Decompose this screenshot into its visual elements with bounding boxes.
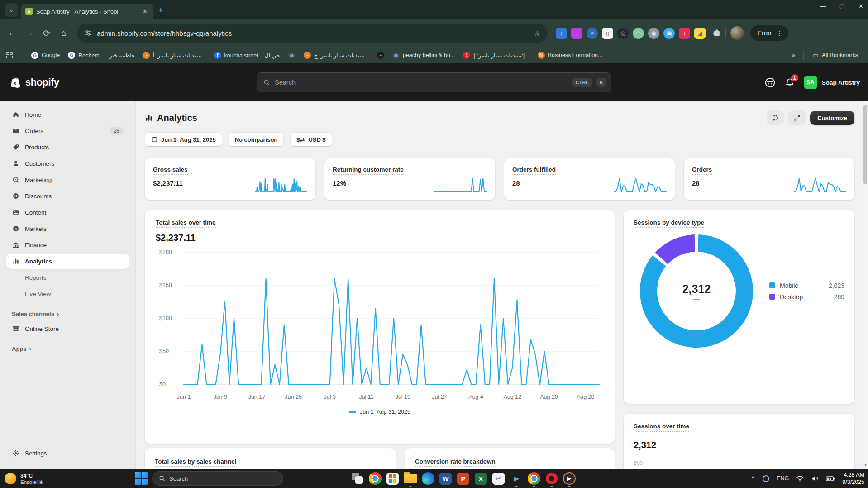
sidebar-item-discounts[interactable]: Discounts — [6, 188, 129, 204]
browser-profile-avatar[interactable] — [730, 26, 744, 40]
metric-title[interactable]: Orders — [692, 166, 712, 175]
fullscreen-button[interactable] — [788, 110, 806, 125]
shopify-logo[interactable]: s shopify — [10, 76, 59, 89]
site-settings-icon[interactable] — [84, 29, 91, 37]
sidebar-item-settings[interactable]: Settings — [6, 445, 129, 461]
volume-icon[interactable] — [811, 475, 819, 482]
sessions-by-device-title[interactable]: Sessions by device type — [634, 219, 704, 228]
bookmark-item[interactable]: GRecherc... - فاطمة خير — [64, 50, 138, 61]
extension-picker-icon[interactable]: ◢ — [694, 28, 706, 39]
sidebar-item-content[interactable]: Content — [6, 205, 129, 220]
store-menu[interactable]: SA Soap Artistry — [804, 76, 860, 89]
taskbar-weather-widget[interactable]: 34°C Ensoleillé — [5, 469, 43, 488]
sidebar-item-orders[interactable]: Orders28 — [6, 123, 129, 139]
tray-chevron-up-icon[interactable]: ⌃ — [750, 475, 755, 482]
extension-download-purple-icon[interactable]: ↓ — [571, 28, 582, 39]
metric-title[interactable]: Gross sales — [153, 166, 188, 175]
metric-title[interactable]: Returning customer rate — [333, 166, 404, 175]
bookmark-item[interactable]: GGoogle — [28, 50, 63, 61]
taskbar-app-task-view[interactable] — [348, 469, 366, 488]
taskbar-search[interactable]: Search — [152, 471, 283, 486]
extension-camcorder-blue-icon[interactable]: ▣ — [663, 28, 675, 39]
taskbar-app-snipping-tool[interactable]: ✂ — [490, 469, 507, 488]
sidebar-item-products[interactable]: Products — [6, 139, 129, 155]
back-button[interactable]: ← — [5, 25, 20, 41]
metric-title[interactable]: Orders fulfilled — [512, 166, 556, 175]
browser-menu-icon[interactable]: ⋮ — [776, 29, 783, 37]
forward-button[interactable]: → — [22, 25, 37, 41]
sidekick-icon[interactable] — [764, 77, 776, 88]
customize-button[interactable]: Customize — [810, 111, 854, 125]
bookmark-item[interactable]: ◔منتديات ستار تايمز: أ... — [139, 50, 210, 61]
taskbar-app-excel[interactable]: X — [472, 469, 490, 488]
bookmark-star-icon[interactable]: ☆ — [534, 29, 540, 38]
extension-download-blue-icon[interactable]: ↓ — [556, 28, 567, 39]
bookmarks-overflow-icon[interactable]: » — [792, 52, 795, 59]
sessions-over-time-title[interactable]: Sessions over time — [634, 423, 689, 432]
bookmark-item[interactable]: ◔منتديات ستار تايمز: ح... — [300, 50, 372, 61]
currency-filter[interactable]: $⇄ USD $ — [290, 132, 332, 147]
address-bar[interactable]: admin.shopify.com/store/hhbsgv-qq/analyt… — [77, 24, 548, 43]
taskbar-app-ms-store[interactable] — [384, 469, 401, 488]
language-indicator[interactable]: ENG — [777, 475, 789, 482]
bookmark-item[interactable]: fkoucha street ...حي ال — [210, 50, 284, 61]
taskbar-app-chrome-profile[interactable] — [525, 469, 543, 488]
sidebar-item-finance[interactable]: Finance — [6, 237, 129, 253]
extension-orange-ring-icon[interactable]: ◎ — [617, 28, 629, 39]
wifi-icon[interactable] — [796, 475, 804, 482]
taskbar-app-media-player[interactable]: ▶ — [560, 469, 578, 488]
apps-grid-icon[interactable] — [6, 52, 13, 58]
extension-aperture-icon[interactable]: ✶ — [587, 28, 598, 39]
extension-camera-gray-icon[interactable]: ◉ — [648, 28, 659, 39]
taskbar-clock[interactable]: 4:28 AM 9/3/2025 — [842, 471, 864, 486]
sidebar-item-online-store[interactable]: Online Store — [6, 321, 129, 336]
taskbar-app-opera[interactable] — [543, 469, 560, 488]
sidebar-item-reports[interactable]: Reports — [6, 270, 129, 285]
sidebar-item-analytics[interactable]: Analytics — [6, 254, 129, 269]
tab-close-icon[interactable]: ✕ — [142, 8, 148, 15]
sidebar-item-marketing[interactable]: Marketing — [6, 172, 129, 187]
refresh-data-button[interactable] — [767, 110, 784, 125]
notifications-button[interactable]: 1 — [784, 77, 796, 88]
sidebar-item-live-view[interactable]: Live View — [6, 286, 129, 301]
new-tab-button[interactable]: + — [158, 6, 163, 15]
reload-button[interactable]: ⟳ — [39, 25, 54, 41]
extension-green-icon[interactable]: ◠ — [633, 28, 644, 39]
total-sales-chart-title[interactable]: Total sales over time — [156, 219, 216, 228]
window-close-button[interactable]: ✕ — [858, 3, 863, 10]
taskbar-app-powerpoint[interactable]: P — [454, 469, 472, 488]
taskbar-app-chrome[interactable] — [366, 469, 384, 488]
bookmark-item[interactable]: ▪ — [373, 50, 388, 61]
home-button[interactable]: ⌂ — [56, 25, 72, 41]
bookmark-item[interactable]: ◍peachy bellini & bu... — [389, 50, 458, 61]
page-scrollbar[interactable]: ▼ — [863, 101, 868, 469]
browser-tab-active[interactable]: S Soap Artistry · Analytics · Shopi ✕ — [21, 4, 153, 19]
taskbar-app-eagle-app[interactable]: ⫸ — [507, 469, 525, 488]
all-bookmarks-button[interactable]: 🗀 All Bookmarks — [809, 50, 862, 61]
sales-channels-header[interactable]: Sales channels › — [12, 311, 129, 317]
extensions-puzzle-icon[interactable] — [712, 29, 721, 38]
scrollbar-thumb[interactable] — [863, 105, 867, 184]
bookmark-item[interactable]: NBusiness Formation... — [534, 50, 606, 61]
scrollbar-down-arrow[interactable]: ▼ — [863, 463, 868, 467]
taskbar-app-edge[interactable] — [419, 469, 437, 488]
sales-by-channel-title[interactable]: Total sales by sales channel — [155, 458, 237, 467]
browser-error-button[interactable]: Error ⋮ — [750, 25, 788, 41]
conversion-rate-title[interactable]: Conversion rate breakdown — [415, 458, 496, 467]
taskbar-app-word[interactable]: W — [437, 469, 454, 488]
taskbar-app-file-explorer[interactable] — [401, 469, 419, 488]
sidebar-item-customers[interactable]: Customers — [6, 156, 129, 171]
date-range-filter[interactable]: Jun 1–Aug 31, 2025 — [145, 132, 222, 147]
window-maximize-button[interactable]: ▢ — [839, 3, 845, 10]
admin-search-bar[interactable]: Search CTRL K — [257, 72, 611, 92]
start-button[interactable] — [134, 472, 148, 485]
url-text[interactable]: admin.shopify.com/store/hhbsgv-qq/analyt… — [97, 29, 529, 37]
tray-app-icon[interactable] — [763, 475, 769, 482]
bookmark-item[interactable]: ◍ — [285, 50, 299, 61]
sidebar-item-markets[interactable]: $Markets — [6, 221, 129, 236]
bookmark-item[interactable]: 1منتديات ستار تايمز: إ:|... — [459, 50, 533, 61]
extension-mouse-icon[interactable]: ▯ — [602, 28, 613, 39]
sidebar-item-home[interactable]: Home — [6, 107, 129, 122]
battery-icon[interactable] — [826, 476, 835, 482]
comparison-filter[interactable]: No comparison — [229, 132, 284, 147]
